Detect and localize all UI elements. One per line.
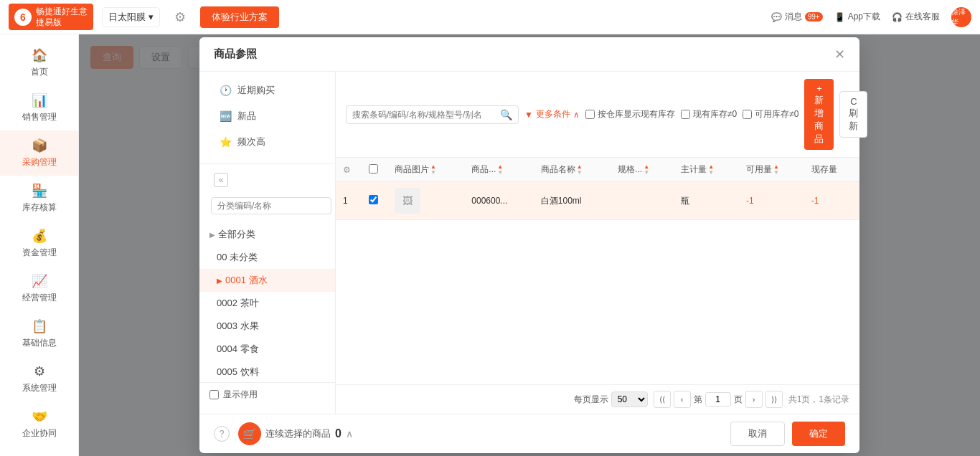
product-search-input[interactable] [352,110,496,120]
cta-button[interactable]: 体验行业方案 [200,6,279,28]
row-index: 1 [336,182,362,220]
modal-search-bar: 🔍 ▼ 更多条件 ∧ 按仓库显示现有库存 [336,72,859,158]
table-row[interactable]: 1 🖼 000600... 白酒100ml [336,182,859,220]
sort-img[interactable]: 商品图片 ▲▼ [395,163,436,176]
chevron-up-icon: ∧ [573,110,580,120]
cat-fruit[interactable]: 0003 水果 [199,315,335,338]
company-dropdown[interactable]: 日太阳膜 ▾ [102,7,160,27]
sales-icon: 📊 [32,92,47,108]
main-layout: 🏠 首页 📊 销售管理 📦 采购管理 🏪 库存核算 💰 资金管理 📈 经营管理 … [0,34,980,456]
modal-close-button[interactable]: ✕ [834,48,845,61]
current-stock-checkbox[interactable] [681,110,690,119]
home-icon: 🏠 [32,47,47,63]
refresh-button[interactable]: C 刷新 [839,91,867,138]
sort-unit[interactable]: 主计量 ▲▼ [681,163,714,176]
cancel-button[interactable]: 取消 [730,422,785,446]
warehouse-stock-checkbox[interactable] [585,110,595,119]
sort-available[interactable]: 可用量 ▲▼ [746,163,779,176]
app-download-button[interactable]: 📱 App下载 [834,11,880,23]
sidebar-item-cooperation[interactable]: 🤝 企业协同 [0,402,78,447]
sidebar-item-basic-info[interactable]: 📋 基础信息 [0,311,78,356]
logo-icon: 6 [14,9,32,26]
new-products-nav[interactable]: 🆕 新品 [211,105,324,128]
next-page-btn[interactable]: › [745,391,763,408]
basic-icon: 📋 [32,318,47,334]
cat-drink[interactable]: 0005 饮料 [199,361,335,382]
sidebar-item-inventory[interactable]: 🏪 库存核算 [0,176,78,221]
show-disabled-section: 显示停用 [199,382,335,407]
collapse-panel-btn[interactable]: « [214,173,228,187]
select-all-checkbox[interactable] [369,164,378,174]
page-size-dropdown[interactable]: 50 20 100 [611,391,648,407]
footer-collapse-btn[interactable]: ∧ [346,428,353,440]
sidebar-item-home[interactable]: 🏠 首页 [0,40,78,85]
row-checkbox[interactable] [369,195,378,204]
product-stock: -1 [804,182,859,220]
add-product-button[interactable]: + 新增商品 [804,79,834,150]
modal-title: 商品参照 [214,47,257,61]
modal-pagination: 每页显示 50 20 100 ⟨⟨ ‹ 第 [336,384,859,414]
more-filter-button[interactable]: ▼ 更多条件 ∧ [524,108,580,120]
product-name: 白酒100ml [534,182,611,220]
settings-icon[interactable]: ⚙ [169,6,192,29]
sort-code[interactable]: 商品... ▲▼ [471,163,503,176]
new-icon: 🆕 [220,110,232,122]
sort-spec[interactable]: 规格... ▲▼ [618,163,649,176]
col-img: 商品图片 ▲▼ [387,158,464,182]
cat-snack[interactable]: 0004 零食 [199,338,335,361]
recent-purchase-nav[interactable]: 🕐 近期购买 [211,79,324,102]
warehouse-stock-filter: 按仓库显示现有库存 [585,108,675,120]
messages-button[interactable]: 💬 消息 99+ [771,11,823,23]
frequent-nav[interactable]: ⭐ 频次高 [211,130,324,153]
table-settings-icon[interactable]: ⚙ [343,165,351,175]
page-number-input[interactable]: 1 [705,392,731,407]
help-button[interactable]: ? [214,426,230,442]
sidebar-item-finance[interactable]: 💰 资金管理 [0,221,78,266]
sidebar-item-purchase[interactable]: 📦 采购管理 [0,130,78,176]
confirm-button[interactable]: 确定 [792,422,845,446]
show-disabled-label[interactable]: 显示停用 [223,389,258,401]
sort-arrows-img: ▲▼ [430,164,436,176]
logo[interactable]: 6 畅捷通好生意 捷易版 [9,4,93,30]
cat-uncategorized[interactable]: 00 未分类 [199,246,335,269]
prev-page-btn[interactable]: ‹ [674,391,691,408]
phone-icon: 📱 [834,12,845,22]
sort-name[interactable]: 商品名称 ▲▼ [541,163,583,176]
cat-all[interactable]: ▶ 全部分类 [199,223,335,246]
search-input-wrap: 🔍 [346,105,519,124]
coop-icon: 🤝 [32,409,47,424]
last-page-btn[interactable]: ⟩⟩ [765,391,783,408]
cart-section: 🛒 连续选择的商品 0 ∧ [238,422,353,445]
current-stock-filter: 现有库存≠0 [681,108,737,120]
col-spec: 规格... ▲▼ [611,158,674,182]
navbar: 6 畅捷通好生意 捷易版 日太阳膜 ▾ ⚙ 体验行业方案 💬 消息 99+ 📱 … [0,0,980,34]
image-placeholder-icon: 🖼 [402,195,413,206]
cat-arrow-all: ▶ [209,231,215,239]
online-service-button[interactable]: 🎧 在线客服 [892,11,940,23]
show-disabled-checkbox[interactable] [209,390,219,399]
user-menu[interactable]: 徐泽华 [951,7,971,27]
quick-nav: 🕐 近期购买 🆕 新品 ⭐ 频次高 [199,79,335,159]
sidebar-item-sales[interactable]: 📊 销售管理 [0,85,78,130]
available-stock-checkbox[interactable] [743,110,752,119]
sidebar-item-management[interactable]: 📈 经营管理 [0,266,78,311]
search-icon-button[interactable]: 🔍 [500,109,512,120]
chevron-down-icon: ▾ [149,11,154,22]
product-image: 🖼 [395,188,420,214]
modal-footer: ? 🛒 连续选择的商品 0 ∧ 取消 确定 [199,414,859,453]
product-available: -1 [739,182,804,220]
page-navigation: ⟨⟨ ‹ 第 1 页 › ⟩⟩ [654,391,783,408]
cat-tea[interactable]: 0002 茶叶 [199,292,335,315]
purchase-icon: 📦 [32,138,47,153]
col-available: 可用量 ▲▼ [739,158,804,182]
category-search-input[interactable] [211,197,331,214]
cat-liquor[interactable]: ▶ 0001 酒水 [199,269,335,292]
sidebar-item-guide[interactable]: 📖 新手引导 [0,447,78,456]
divider [199,163,335,164]
modal-search-right: + 新增商品 C 刷新 [804,79,867,150]
modal-header: 商品参照 ✕ [199,37,859,72]
sidebar-item-system[interactable]: ⚙ 系统管理 [0,356,78,402]
product-unit: 瓶 [674,182,739,220]
product-spec [611,182,674,220]
first-page-btn[interactable]: ⟨⟨ [654,391,671,408]
